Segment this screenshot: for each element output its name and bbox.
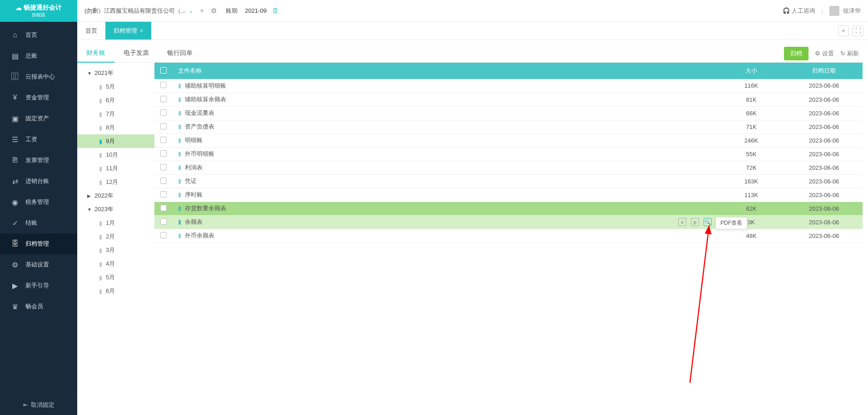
sidebar-item[interactable]: ▤总账	[0, 45, 77, 66]
row-checkbox[interactable]	[160, 232, 167, 238]
sidebar-item[interactable]: ♛畅会员	[0, 296, 77, 317]
tree-month-label: 9月	[106, 137, 115, 145]
tree-month[interactable]: ▮5月	[77, 271, 154, 284]
inner-tabs-row: 财务账电子发票银行回单 归档 ⚙ 设置 ↻ 刷新	[77, 44, 863, 63]
tree-month[interactable]: ▮6月	[77, 284, 154, 298]
table-row[interactable]: ▮凭证 163K 2023-06-06	[154, 174, 863, 188]
file-icon: ▮	[178, 96, 181, 103]
sidebar-item-label: 进销台账	[25, 177, 49, 185]
refresh-label: 刷新	[847, 49, 859, 58]
fullscreen-button[interactable]: ⛶	[853, 25, 863, 36]
sidebar-item[interactable]: 🗄归档管理	[0, 233, 77, 254]
inner-tab[interactable]: 银行回单	[158, 44, 202, 63]
sidebar-item[interactable]: ⌂首页	[0, 25, 77, 45]
close-icon[interactable]: ×	[140, 28, 143, 34]
row-checkbox[interactable]	[160, 109, 167, 116]
pdf-view-icon[interactable]: 🔍	[704, 218, 712, 226]
table-row[interactable]: ▮余额表 x p 🔍 3K 2023-06-06	[154, 215, 863, 229]
table-row[interactable]: ▮辅助核算明细账 116K 2023-06-06	[154, 79, 863, 93]
tab-home[interactable]: 首页	[77, 22, 105, 40]
archive-button[interactable]: 归档	[784, 47, 808, 60]
sidebar-item[interactable]: ¥资金管理	[0, 87, 77, 108]
tree-month[interactable]: ▮7月	[77, 107, 154, 121]
tree-month[interactable]: ▮9月	[77, 134, 154, 148]
tree-month[interactable]: ▮3月	[77, 243, 154, 257]
row-checkbox[interactable]	[160, 205, 167, 211]
tree-month[interactable]: ▮10月	[77, 148, 154, 162]
tree-month[interactable]: ▮5月	[77, 80, 154, 94]
tree-month[interactable]: ▮11月	[77, 162, 154, 175]
file-icon: ▮	[178, 205, 181, 212]
pdf-download-icon[interactable]: p	[691, 218, 699, 226]
refresh-link[interactable]: ↻ 刷新	[840, 49, 859, 58]
table-row[interactable]: ▮存货数量余额表 62K 2023-06-06	[154, 202, 863, 215]
cell-name: ▮凭证	[173, 174, 717, 188]
tab-close-button[interactable]: ×	[838, 25, 849, 36]
sidebar-item[interactable]: ✓结账	[0, 212, 77, 233]
inner-tab[interactable]: 财务账	[77, 44, 114, 63]
settings-link[interactable]: ⚙ 设置	[815, 49, 834, 58]
tree-month[interactable]: ▮12月	[77, 175, 154, 189]
table-row[interactable]: ▮利润表 72K 2023-06-06	[154, 161, 863, 174]
table-row[interactable]: ▮辅助核算余额表 81K 2023-06-06	[154, 93, 863, 106]
company-selector[interactable]: (勿删）江西服宝精品有限责任公司（... ⌄	[84, 7, 193, 15]
content: 财务账电子发票银行回单 归档 ⚙ 设置 ↻ 刷新	[77, 40, 868, 415]
caret-icon: ▼	[87, 71, 92, 76]
table-row[interactable]: ▮序时账 113K 2023-06-06	[154, 188, 863, 202]
sidebar-item[interactable]: ▶新手引导	[0, 275, 77, 296]
tree-month[interactable]: ▮2月	[77, 230, 154, 243]
calendar-icon[interactable]: 🗓	[272, 7, 279, 15]
sidebar-item[interactable]: ⇄进销台账	[0, 171, 77, 192]
file-name: 资产负债表	[185, 123, 214, 130]
row-checkbox[interactable]	[160, 137, 167, 143]
add-icon[interactable]: ＋	[198, 6, 205, 15]
row-checkbox[interactable]	[160, 82, 167, 88]
tree-month-label: 2月	[106, 232, 115, 241]
sidebar-item[interactable]: ⚙基础设置	[0, 254, 77, 275]
row-checkbox[interactable]	[160, 178, 167, 184]
user-menu[interactable]: 徐泽华	[829, 6, 861, 16]
table-row[interactable]: ▮现金流量表 66K 2023-06-06	[154, 106, 863, 120]
table-row[interactable]: ▮资产负债表 71K 2023-06-06	[154, 120, 863, 133]
row-checkbox[interactable]	[160, 150, 167, 157]
file-table: 文件名称 大小 归档日期 ▮辅助核算明细账 116K 2023-06-06 ▮辅…	[154, 63, 863, 243]
file-icon: ▮	[178, 232, 181, 239]
tree-month-label: 11月	[106, 164, 118, 173]
cell-date: 2023-06-06	[785, 79, 863, 93]
row-checkbox[interactable]	[160, 164, 167, 170]
excel-download-icon[interactable]: x	[678, 218, 686, 226]
cell-size: 246K	[717, 133, 785, 147]
pdf-view-tooltip: PDF查看	[715, 217, 747, 229]
refresh-icon: ↻	[840, 50, 845, 57]
row-checkbox[interactable]	[160, 96, 167, 102]
row-checkbox[interactable]	[160, 191, 167, 198]
sidebar-item[interactable]: ⿲云报表中心	[0, 66, 77, 87]
tree-month[interactable]: ▮8月	[77, 121, 154, 134]
sidebar-item[interactable]: ▣固定资产	[0, 108, 77, 129]
select-all-checkbox[interactable]	[160, 67, 167, 74]
gear-icon[interactable]: ⚙	[211, 7, 217, 15]
row-checkbox[interactable]	[160, 218, 167, 225]
sidebar-item[interactable]: ◉税务管理	[0, 192, 77, 212]
period-value[interactable]: 2021-09	[245, 7, 267, 14]
tab-archive[interactable]: 归档管理 ×	[105, 22, 151, 40]
tree-year[interactable]: ▼2021年	[77, 66, 154, 80]
table-row[interactable]: ▮外币余额表 48K 2023-06-06	[154, 229, 863, 242]
table-row[interactable]: ▮明细账 246K 2023-06-06	[154, 133, 863, 147]
sidebar-footer-label: 取消固定	[31, 401, 55, 409]
inner-tab[interactable]: 电子发票	[114, 44, 158, 63]
sidebar-item[interactable]: ☰工资	[0, 129, 77, 150]
tree-month[interactable]: ▮1月	[77, 216, 154, 230]
tree-month-label: 1月	[106, 219, 115, 227]
tree-month[interactable]: ▮4月	[77, 257, 154, 271]
tree-year[interactable]: ▼2023年	[77, 203, 154, 216]
sidebar-item[interactable]: 🖹发票管理	[0, 150, 77, 171]
table-row[interactable]: ▮外币明细账 55K 2023-06-06	[154, 147, 863, 161]
sidebar-unpin[interactable]: ⇤ 取消固定	[0, 394, 77, 415]
cell-name: ▮外币余额表	[173, 229, 717, 242]
tree-year[interactable]: ▶2022年	[77, 189, 154, 203]
row-checkbox[interactable]	[160, 123, 167, 129]
consult-link[interactable]: 🎧 人工咨询	[783, 7, 815, 15]
cell-date: 2023-06-06	[785, 106, 863, 120]
tree-month[interactable]: ▮6月	[77, 94, 154, 107]
